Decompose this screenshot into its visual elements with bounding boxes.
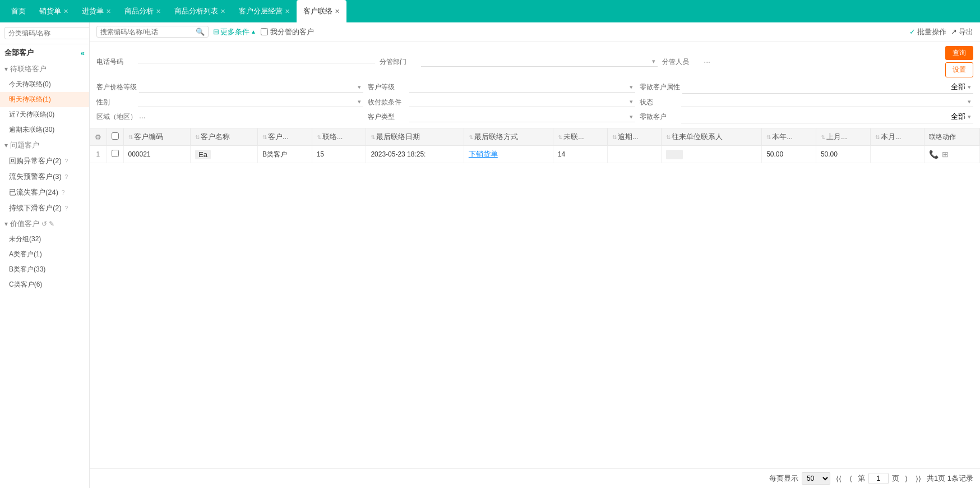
close-purchase[interactable]: ✕ [106,8,111,15]
row-unit-contact [662,146,762,163]
filter-manager: 分管人员 ··· [662,57,941,67]
search-input[interactable] [100,28,196,36]
total-label: 共1页 1条记录 [927,473,973,484]
sidebar-item-declining[interactable]: 持续下滑客户(2) ? [0,200,89,216]
help-icon-declining[interactable]: ? [64,205,68,211]
sidebar-group-value[interactable]: 价值客户 ↺ ✎ [0,216,89,232]
nav-item-customer-tier[interactable]: 客户分层经营 ✕ [232,0,297,22]
sidebar-item-type-a[interactable]: A类客户(1) [0,247,89,262]
close-customer-tier[interactable]: ✕ [285,8,290,15]
nav-item-home[interactable]: 首页 [4,0,33,22]
help-icon-churn-warn[interactable]: ? [64,173,68,180]
row-type: B类客户 [257,146,312,163]
retail-attr-select[interactable]: 全部 ▾ [682,81,973,94]
sidebar-item-today[interactable]: 今天待联络(0) [0,77,89,92]
sidebar-group-problem[interactable]: 问题客户 [0,137,89,153]
customer-type-select[interactable]: ▾ [409,112,635,122]
col-name-sort[interactable]: 客户名称 [195,132,253,142]
filter-icon: ⊟ [213,27,219,36]
sidebar-group-pending[interactable]: 待联络客户 [0,61,89,77]
phone-value[interactable] [138,61,375,63]
row-checkbox[interactable] [112,150,119,157]
export-btn[interactable]: ↗ 导出 [951,27,973,37]
col-no-contact-sort[interactable]: 未联... [558,132,603,142]
nav-item-product-analysis[interactable]: 商品分析 ✕ [118,0,168,22]
more-conditions-btn[interactable]: ⊟ 更多条件 ▲ [213,27,256,37]
sidebar-item-churned[interactable]: 已流失客户(24) ? [0,185,89,200]
filter-retail-attr: 零散客户属性 全部 ▾ [640,81,973,94]
col-this-year-sort[interactable]: 本年... [766,132,811,142]
sidebar-item-ungrouped[interactable]: 未分组(32) [0,232,89,247]
customer-type-chevron: ▾ [630,113,633,121]
per-page-select[interactable]: 50 100 200 [802,472,830,485]
batch-icon: ✓ [909,27,916,36]
select-all-checkbox[interactable] [112,132,119,140]
prev-first-btn[interactable]: ⟨⟨ [834,473,844,484]
status-select[interactable]: ▾ [681,97,973,107]
page-label: 第 [858,473,865,484]
help-icon-repurchase[interactable]: ? [64,158,68,164]
next-btn[interactable]: ⟩ [903,473,910,484]
close-sales[interactable]: ✕ [63,8,68,15]
sidebar-item-type-c[interactable]: C类客户(6) [0,277,89,292]
region-dots[interactable]: ··· [139,113,146,122]
sidebar-item-week[interactable]: 近7天待联络(0) [0,107,89,122]
filter-payment: 收付款条件 ▾ [368,97,635,107]
col-last-month-sort[interactable]: 上月... [821,132,866,142]
customer-level-select[interactable]: ▾ [409,82,635,93]
sidebar-item-tomorrow[interactable]: 明天待联络(1) [0,92,89,107]
filter-row-1: 电话号码 分管部门 ▾ 分管人员 ··· 查询 设置 [96,46,973,77]
nav-item-sales[interactable]: 销货单 ✕ [33,0,75,22]
retail-customer-select[interactable]: 全部 ▾ [681,111,973,123]
sidebar-item-churn-warn[interactable]: 流失预警客户(3) ? [0,169,89,185]
nav-item-product-analysis-list[interactable]: 商品分析列表 ✕ [168,0,232,22]
right-actions: ✓ 批量操作 ↗ 导出 [909,27,973,37]
col-this-month-sort[interactable]: 本月... [875,132,920,142]
col-settings[interactable]: ⚙ [90,128,107,146]
my-customers-checkbox[interactable]: 我分管的客户 [261,27,314,37]
chevron-up-icon: ▲ [251,29,256,35]
close-product-analysis-list[interactable]: ✕ [220,8,225,15]
col-code-sort[interactable]: 客户编码 [128,132,186,142]
settings-gear-icon[interactable]: ⚙ [95,133,101,141]
sidebar-search-input[interactable] [4,27,90,39]
col-last-date-sort[interactable]: 最后联络日期 [371,132,459,142]
settings-button[interactable]: 设置 [945,62,973,77]
price-level-select[interactable]: ▾ [139,82,363,93]
my-customers-check[interactable] [261,28,268,35]
sidebar-collapse-icon[interactable]: « [81,49,85,57]
gender-select[interactable]: ▾ [138,97,363,107]
close-customer-contact[interactable]: ✕ [335,8,340,15]
search-icon[interactable]: 🔍 [196,27,205,36]
col-unit-contact-sort[interactable]: 往来单位联系人 [666,132,757,142]
col-last-date: 最后联络日期 [366,128,464,146]
retail-customer-label: 零散客户 [640,112,679,122]
col-type-sort[interactable]: 客户... [262,132,307,142]
batch-operation-btn[interactable]: ✓ 批量操作 [909,27,946,37]
next-last-btn[interactable]: ⟩⟩ [913,473,923,484]
nav-item-customer-contact[interactable]: 客户联络 ✕ [297,0,346,22]
page-suffix: 页 [892,473,899,484]
sidebar-item-overdue[interactable]: 逾期未联络(30) [0,122,89,137]
last-method-link[interactable]: 下销货单 [469,150,498,158]
all-customers-title[interactable]: 全部客户 « [0,44,89,61]
query-button[interactable]: 查询 [945,46,973,60]
sidebar-item-type-b[interactable]: B类客户(33) [0,262,89,277]
close-product-analysis[interactable]: ✕ [156,8,161,15]
row-action-grid-icon[interactable]: ⊞ [942,150,949,159]
retail-customer-chevron: ▾ [968,113,971,121]
row-action-phone-icon[interactable]: 📞 [929,150,939,159]
prev-btn[interactable]: ⟨ [847,473,854,484]
row-action: 📞 ⊞ [924,146,980,163]
sidebar-item-repurchase[interactable]: 回购异常客户(2) ? [0,153,89,169]
dept-select[interactable]: ▾ [421,57,658,67]
manager-dots[interactable]: ··· [704,57,710,66]
help-icon-churned[interactable]: ? [61,189,64,196]
col-contact-sort[interactable]: 联络... [317,132,362,142]
page-input[interactable] [868,473,889,484]
col-last-method-sort[interactable]: 最后联络方式 [469,132,548,142]
col-code: 客户编码 [123,128,191,146]
payment-select[interactable]: ▾ [409,97,635,107]
nav-item-purchase[interactable]: 进货单 ✕ [75,0,118,22]
col-overdue-sort[interactable]: 逾期... [612,132,657,142]
